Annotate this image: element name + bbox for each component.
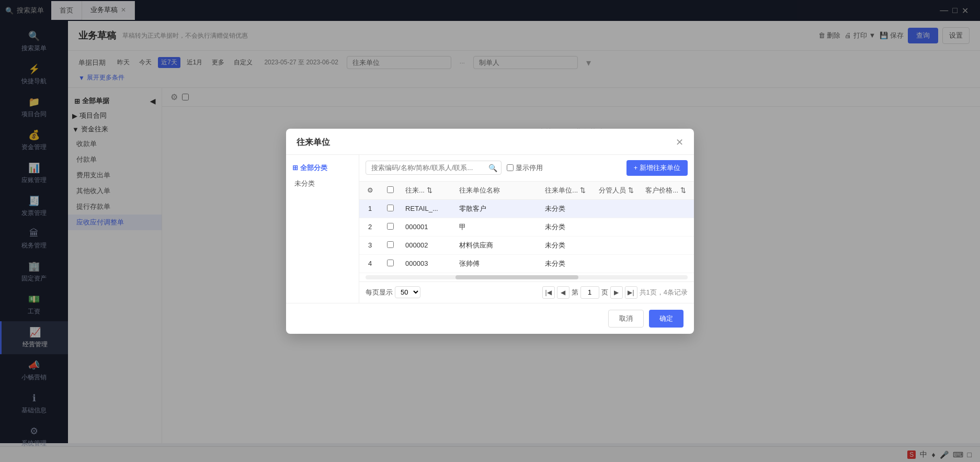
dialog-body: ⊞ 全部分类 未分类 🔍 显示停用 + 新增往来 bbox=[286, 155, 694, 303]
row-type: 未分类 bbox=[540, 218, 594, 236]
dialog-all-category[interactable]: ⊞ 全部分类 bbox=[286, 160, 359, 176]
row-code: 000002 bbox=[400, 236, 454, 254]
dialog-search-wrap: 🔍 bbox=[366, 161, 502, 175]
row-type: 未分类 bbox=[540, 236, 594, 254]
add-partner-button[interactable]: + 新增往来单位 bbox=[626, 160, 688, 176]
sort-icon2: ⇅ bbox=[580, 186, 586, 194]
row-check-input[interactable] bbox=[387, 223, 394, 230]
page-prev-button[interactable]: ◀ bbox=[557, 286, 569, 299]
row-name: 张帅傅 bbox=[454, 254, 540, 273]
dialog-close-button[interactable]: ✕ bbox=[676, 138, 683, 147]
dialog-scroll-thumb[interactable] bbox=[455, 275, 578, 279]
dialog-toolbar: 🔍 显示停用 + 新增往来单位 bbox=[359, 155, 694, 182]
th-price-label: 客户价格... bbox=[645, 186, 678, 194]
th-settings[interactable]: ⚙ bbox=[359, 182, 381, 200]
table-row[interactable]: 2 000001 甲 未分类 bbox=[359, 218, 694, 236]
row-checkbox[interactable] bbox=[381, 254, 400, 273]
sort-icon4: ⇅ bbox=[680, 186, 686, 194]
show-disabled-wrap: 显示停用 bbox=[507, 163, 543, 173]
table-row[interactable]: 4 000003 张帅傅 未分类 bbox=[359, 254, 694, 273]
dialog-category-unclassified[interactable]: 未分类 bbox=[286, 176, 359, 191]
row-check-input[interactable] bbox=[387, 241, 394, 248]
dialog-header: 往来单位 ✕ bbox=[286, 129, 694, 155]
th-code[interactable]: 往来... ⇅ bbox=[400, 182, 454, 200]
row-type: 未分类 bbox=[540, 254, 594, 273]
row-person bbox=[594, 236, 640, 254]
dialog-right: 🔍 显示停用 + 新增往来单位 ⚙ bbox=[359, 155, 694, 303]
partner-dialog: 往来单位 ✕ ⊞ 全部分类 未分类 🔍 bbox=[286, 129, 694, 334]
dialog-table-wrap: ⚙ 往来... ⇅ 往来单位名称 往来单位... bbox=[359, 182, 694, 273]
per-page-select[interactable]: 50 bbox=[395, 286, 420, 298]
table-select-all[interactable] bbox=[387, 186, 394, 193]
row-type: 未分类 bbox=[540, 199, 594, 218]
row-person bbox=[594, 254, 640, 273]
row-idx: 2 bbox=[359, 218, 381, 236]
show-disabled-label: 显示停用 bbox=[516, 163, 543, 173]
sort-icon: ⇅ bbox=[427, 186, 432, 194]
dialog-scrollbar[interactable] bbox=[366, 275, 688, 279]
th-price[interactable]: 客户价格... ⇅ bbox=[640, 182, 694, 200]
dialog-search-icon[interactable]: 🔍 bbox=[488, 164, 497, 172]
page-first-button[interactable]: |◀ bbox=[542, 286, 555, 299]
confirm-label: 确定 bbox=[659, 314, 673, 322]
row-price bbox=[640, 254, 694, 273]
th-code-label: 往来... bbox=[405, 186, 425, 194]
add-partner-label: + 新增往来单位 bbox=[634, 164, 680, 172]
row-idx: 4 bbox=[359, 254, 381, 273]
page-total: 共1页，4条记录 bbox=[640, 288, 688, 297]
row-code: 000001 bbox=[400, 218, 454, 236]
dialog-title: 往来单位 bbox=[297, 137, 330, 148]
grid-small-icon: ⊞ bbox=[292, 164, 298, 172]
row-price bbox=[640, 199, 694, 218]
th-type-label: 往来单位... bbox=[545, 186, 578, 194]
cancel-button[interactable]: 取消 bbox=[608, 310, 644, 328]
pagination-nav: |◀ ◀ 第 页 ▶ ▶| 共1页，4条记录 bbox=[542, 286, 688, 299]
row-code: RETAIL_... bbox=[400, 199, 454, 218]
th-person[interactable]: 分管人员 ⇅ bbox=[594, 182, 640, 200]
dialog-all-label: 全部分类 bbox=[300, 164, 327, 172]
row-checkbox[interactable] bbox=[381, 199, 400, 218]
modal-overlay: 往来单位 ✕ ⊞ 全部分类 未分类 🔍 bbox=[0, 0, 980, 462]
table-row[interactable]: 3 000002 材料供应商 未分类 bbox=[359, 236, 694, 254]
partner-table: ⚙ 往来... ⇅ 往来单位名称 往来单位... bbox=[359, 182, 694, 273]
per-page-wrap: 每页显示 50 bbox=[366, 286, 420, 298]
page-label-post: 页 bbox=[601, 288, 608, 297]
row-person bbox=[594, 199, 640, 218]
row-name: 材料供应商 bbox=[454, 236, 540, 254]
show-disabled-checkbox[interactable] bbox=[507, 164, 514, 171]
row-name: 甲 bbox=[454, 218, 540, 236]
row-check-input[interactable] bbox=[387, 260, 394, 266]
row-code: 000003 bbox=[400, 254, 454, 273]
per-page-label: 每页显示 bbox=[366, 288, 393, 297]
th-name[interactable]: 往来单位名称 bbox=[454, 182, 540, 200]
dialog-pagination: 每页显示 50 |◀ ◀ 第 页 ▶ ▶| 共1页，4条记录 bbox=[359, 281, 694, 303]
th-checkbox[interactable] bbox=[381, 182, 400, 200]
th-type[interactable]: 往来单位... ⇅ bbox=[540, 182, 594, 200]
row-price bbox=[640, 236, 694, 254]
th-person-label: 分管人员 bbox=[599, 186, 626, 194]
page-label-pre: 第 bbox=[572, 288, 578, 297]
cancel-label: 取消 bbox=[619, 314, 633, 322]
page-last-button[interactable]: ▶| bbox=[625, 286, 637, 299]
row-check-input[interactable] bbox=[387, 205, 394, 211]
page-next-button[interactable]: ▶ bbox=[610, 286, 623, 299]
dialog-search-input[interactable] bbox=[366, 161, 502, 175]
row-name: 零散客户 bbox=[454, 199, 540, 218]
dialog-footer: 取消 确定 bbox=[286, 303, 694, 334]
row-price bbox=[640, 218, 694, 236]
row-checkbox[interactable] bbox=[381, 218, 400, 236]
row-checkbox[interactable] bbox=[381, 236, 400, 254]
row-idx: 3 bbox=[359, 236, 381, 254]
row-person bbox=[594, 218, 640, 236]
page-input[interactable] bbox=[580, 286, 599, 299]
row-idx: 1 bbox=[359, 199, 381, 218]
confirm-button[interactable]: 确定 bbox=[649, 310, 683, 328]
sort-icon3: ⇅ bbox=[628, 186, 634, 194]
table-row[interactable]: 1 RETAIL_... 零散客户 未分类 bbox=[359, 199, 694, 218]
th-name-label: 往来单位名称 bbox=[459, 186, 500, 194]
table-header-row: ⚙ 往来... ⇅ 往来单位名称 往来单位... bbox=[359, 182, 694, 200]
dialog-categories: ⊞ 全部分类 未分类 bbox=[286, 155, 359, 303]
